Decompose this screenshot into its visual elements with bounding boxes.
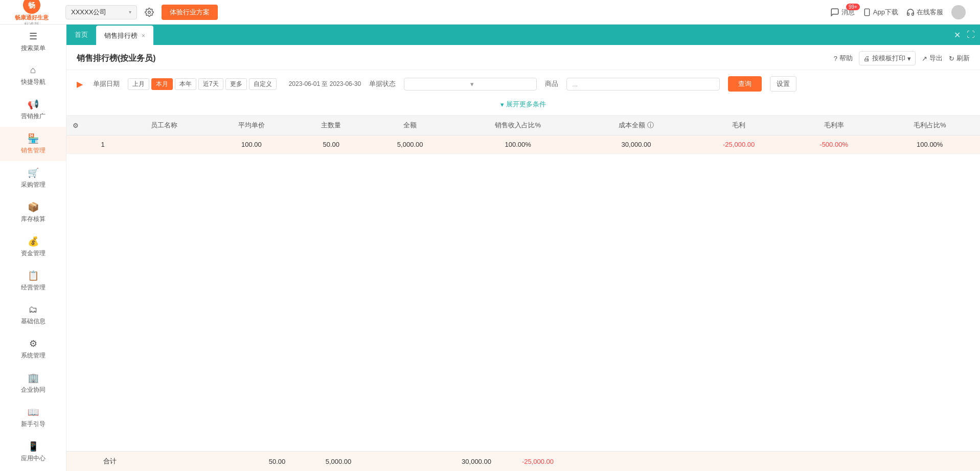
period-year[interactable]: 本年 [175, 78, 196, 90]
online-service-button[interactable]: 在线客服 [906, 8, 943, 17]
sidebar-label-purchase: 采购管理 [21, 181, 45, 189]
sidebar-label-enterprise: 企业协同 [21, 386, 45, 394]
footer-total-label: 合计 [73, 457, 185, 466]
period-custom[interactable]: 自定义 [249, 78, 277, 90]
col-header-settings[interactable]: ⚙ [66, 116, 85, 136]
search-menu-icon: ☰ [29, 31, 37, 42]
refresh-label: 刷新 [956, 54, 970, 63]
logo-area: 畅 畅康通好生意 标准版 [6, 0, 57, 28]
footer-quantity: 50.00 [246, 458, 308, 465]
expand-more-label: 展开更多条件 [506, 100, 546, 109]
avatar [951, 5, 966, 19]
goods-select[interactable]: ... [566, 78, 720, 91]
col-header-gross: 毛利 [689, 116, 788, 136]
date-period-buttons: 上月 本月 本年 近7天 更多 自定义 [128, 78, 277, 90]
table-container[interactable]: ⚙ 员工名称 平均单价 主数量 [66, 116, 980, 451]
chevron-down-icon: ▾ [129, 9, 131, 15]
sidebar: ☰ 搜索菜单 ⌂ 快捷导航 📢 营销推广 🏪 销售管理 🛒 采购管理 📦 库 [0, 25, 66, 471]
refresh-button[interactable]: ↻ 刷新 [949, 54, 970, 63]
app-download-button[interactable]: App下载 [863, 8, 898, 17]
sidebar-label-basic-info: 基础信息 [21, 317, 45, 326]
sidebar-item-finance[interactable]: 💰 资金管理 [0, 230, 66, 264]
sidebar-item-wechat[interactable]: 💬 企业微信 [0, 469, 66, 471]
main-area: ☰ 搜索菜单 ⌂ 快捷导航 📢 营销推广 🏪 销售管理 🛒 采购管理 📦 库 [0, 25, 980, 471]
sidebar-item-enterprise[interactable]: 🏢 企业协同 [0, 366, 66, 400]
message-button[interactable]: 消息 99+ [830, 8, 855, 17]
sidebar-item-marketing[interactable]: 📢 营销推广 [0, 93, 66, 127]
basic-info-icon: 🗂 [29, 304, 38, 315]
page-header: 销售排行榜(按业务员) ? 帮助 🖨 按模板打印 ▾ ↗ 导出 [66, 45, 980, 70]
top-bar: 畅 畅康通好生意 标准版 XXXXX公司 ▾ 体验行业方案 消息 99+ [0, 0, 980, 25]
sidebar-item-operations[interactable]: 📋 经营管理 [0, 264, 66, 298]
settings-set-button[interactable]: 设置 [770, 76, 796, 92]
goods-filter-label: 商品 [545, 79, 558, 88]
col-header-avg-price: 平均单价 [208, 116, 295, 136]
export-label: 导出 [929, 54, 943, 63]
col-header-name: 员工名称 [121, 116, 208, 136]
expand-more-button[interactable]: ▾ 展开更多条件 [500, 100, 546, 109]
tab-close-window-icon[interactable]: ✕ [954, 30, 961, 40]
settings-icon-btn[interactable] [141, 4, 157, 20]
cell-avg-price: 100.00 [208, 136, 295, 154]
finance-icon: 💰 [28, 236, 39, 247]
sidebar-item-purchase[interactable]: 🛒 采购管理 [0, 161, 66, 195]
period-current-month[interactable]: 本月 [151, 78, 173, 90]
footer-gross: -25,000.00 [507, 458, 568, 465]
cell-gross-pct: 100.00% [879, 136, 980, 154]
period-7days[interactable]: 近7天 [198, 78, 223, 90]
tab-sales-ranking[interactable]: 销售排行榜 × [96, 26, 153, 46]
expand-row: ▾ 展开更多条件 [77, 96, 970, 109]
sidebar-label-inventory: 库存核算 [21, 215, 45, 223]
help-label: 帮助 [839, 54, 853, 63]
tab-close-icon[interactable]: × [142, 32, 145, 39]
sidebar-item-search-order[interactable]: ☰ 搜索菜单 [0, 25, 66, 59]
period-more[interactable]: 更多 [225, 78, 247, 90]
company-selector[interactable]: XXXXX公司 ▾ [65, 5, 137, 19]
sidebar-item-app-center[interactable]: 📱 应用中心 [0, 435, 66, 469]
col-header-amount: 全额 [367, 116, 452, 136]
content-area: 首页 销售排行榜 × ✕ ⛶ 销售排行榜(按业务员) ? 帮助 [66, 25, 980, 471]
col-header-sales-pct: 销售收入占比% [453, 116, 583, 136]
filter-area: ▶ 单据日期 上月 本月 本年 近7天 更多 自定义 2023-06-01 至 … [66, 70, 980, 116]
app-download-label: App下载 [873, 8, 898, 17]
goods-select-placeholder: ... [572, 80, 714, 88]
print-icon: 🖨 [863, 55, 870, 62]
tab-bar: 首页 销售排行榜 × ✕ ⛶ [66, 25, 980, 45]
status-select[interactable]: ▾ [404, 78, 537, 91]
message-icon [830, 8, 839, 17]
cell-settings [66, 136, 85, 154]
tab-maximize-icon[interactable]: ⛶ [967, 30, 975, 39]
svg-point-2 [148, 11, 151, 13]
filter-expand-icon[interactable]: ▶ [77, 79, 83, 89]
template-print-button[interactable]: 🖨 按模板打印 ▾ [859, 51, 916, 65]
gear-icon [145, 8, 154, 17]
tab-home-label: 首页 [75, 30, 88, 39]
svg-rect-3 [864, 9, 869, 15]
sidebar-item-sales[interactable]: 🏪 销售管理 [0, 127, 66, 161]
sidebar-item-inventory[interactable]: 📦 库存核算 [0, 195, 66, 230]
cell-rank: 1 [85, 136, 121, 154]
marketing-icon: 📢 [28, 99, 39, 110]
date-filter-label: 单据日期 [93, 79, 120, 88]
sidebar-item-basic-info[interactable]: 🗂 基础信息 [0, 298, 66, 332]
guide-icon: 📖 [28, 407, 39, 418]
refresh-icon: ↻ [949, 55, 954, 62]
period-last-month[interactable]: 上月 [128, 78, 149, 90]
sidebar-item-quick-nav[interactable]: ⌂ 快捷导航 [0, 59, 66, 93]
table-body: 1100.0050.005,000.00100.00%30,000.00-25,… [66, 136, 980, 154]
template-print-chevron: ▾ [907, 55, 911, 62]
help-button[interactable]: ? 帮助 [834, 54, 853, 63]
trial-button[interactable]: 体验行业方案 [162, 5, 218, 20]
col-header-gross-pct: 毛利占比% [879, 116, 980, 136]
cell-cost: 30,000.00 [583, 136, 690, 154]
cell-name [121, 136, 208, 154]
tab-home[interactable]: 首页 [66, 25, 96, 45]
sidebar-item-guide[interactable]: 📖 新手引导 [0, 400, 66, 435]
sidebar-item-system[interactable]: ⚙ 系统管理 [0, 332, 66, 366]
status-filter-label: 单据状态 [369, 79, 396, 88]
date-range-display: 2023-06-01 至 2023-06-30 [289, 80, 361, 88]
export-button[interactable]: ↗ 导出 [922, 54, 943, 63]
query-button[interactable]: 查询 [728, 76, 762, 92]
table-row: 1100.0050.005,000.00100.00%30,000.00-25,… [66, 136, 980, 154]
app-wrapper: 畅 畅康通好生意 标准版 XXXXX公司 ▾ 体验行业方案 消息 99+ [0, 0, 980, 471]
